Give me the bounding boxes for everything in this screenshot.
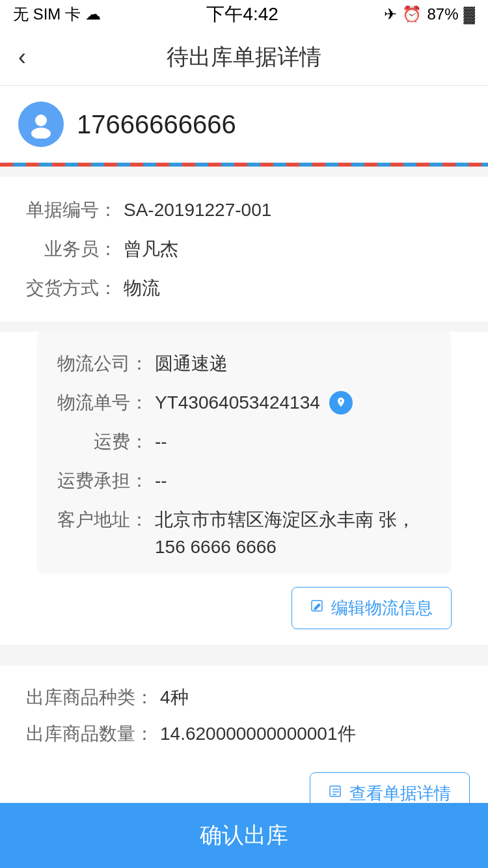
nav-bar: ‹ 待出库单据详情 bbox=[0, 29, 488, 86]
status-bar-left: 无 SIM 卡 ☁ bbox=[13, 4, 101, 25]
tracking-location-icon[interactable] bbox=[329, 391, 353, 414]
list-icon bbox=[329, 783, 343, 804]
logistics-tracking-value: YT43064053424134 bbox=[155, 389, 431, 416]
svg-point-1 bbox=[31, 128, 51, 139]
customer-phone: 17666666666 bbox=[77, 110, 236, 139]
edit-logistics-area: 编辑物流信息 bbox=[18, 574, 470, 645]
confirm-outbound-label: 确认出库 bbox=[200, 821, 288, 850]
edit-logistics-label: 编辑物流信息 bbox=[331, 597, 433, 619]
goods-count-value: 14.620000000000001件 bbox=[160, 722, 356, 746]
view-detail-label: 查看单据详情 bbox=[349, 782, 451, 805]
goods-types-row: 出库商品种类： 4种 bbox=[26, 685, 462, 710]
order-id-value: SA-20191227-001 bbox=[124, 197, 462, 224]
battery-level: 87% bbox=[427, 5, 458, 23]
logistics-company-label: 物流公司： bbox=[57, 350, 148, 377]
customer-header: 17666666666 bbox=[0, 86, 488, 163]
battery-icon: ▓ bbox=[464, 5, 476, 23]
status-bar: 无 SIM 卡 ☁ 下午4:42 ✈ ⏰ 87% ▓ bbox=[0, 0, 488, 29]
freight-bear-label: 运费承担： bbox=[57, 467, 148, 495]
address-value: 北京市市辖区海淀区永丰南 张，156 6666 6666 bbox=[155, 506, 431, 561]
freight-label: 运费： bbox=[57, 428, 148, 455]
freight-row: 运费： -- bbox=[57, 428, 431, 455]
address-label: 客户地址： bbox=[57, 506, 148, 534]
alarm-icon: ⏰ bbox=[402, 5, 422, 23]
person-icon bbox=[27, 110, 55, 139]
delivery-label: 交货方式： bbox=[26, 275, 117, 302]
staff-label: 业务员： bbox=[26, 236, 117, 263]
page-title: 待出库单据详情 bbox=[167, 42, 321, 72]
avatar bbox=[18, 102, 64, 147]
order-info-section: 单据编号： SA-20191227-001 业务员： 曾凡杰 交货方式： 物流 bbox=[0, 177, 488, 321]
goods-section: 出库商品种类： 4种 出库商品数量： 14.620000000000001件 bbox=[0, 666, 488, 759]
goods-count-row: 出库商品数量： 14.620000000000001件 bbox=[26, 722, 462, 746]
order-id-label: 单据编号： bbox=[26, 197, 117, 224]
goods-types-label: 出库商品种类： bbox=[26, 685, 154, 710]
logistics-section: 物流公司： 圆通速递 物流单号： YT43064053424134 运费： --… bbox=[0, 332, 488, 645]
freight-bear-row: 运费承担： -- bbox=[57, 467, 431, 495]
edit-logistics-button[interactable]: 编辑物流信息 bbox=[291, 587, 452, 629]
logistics-company-row: 物流公司： 圆通速递 bbox=[57, 350, 431, 377]
dashed-divider bbox=[0, 163, 488, 167]
logistics-tracking-label: 物流单号： bbox=[57, 389, 148, 416]
freight-value: -- bbox=[155, 428, 431, 455]
delivery-row: 交货方式： 物流 bbox=[26, 275, 462, 302]
staff-row: 业务员： 曾凡杰 bbox=[26, 236, 462, 263]
confirm-outbound-button[interactable]: 确认出库 bbox=[0, 803, 488, 868]
location-icon: ✈ bbox=[384, 5, 397, 23]
status-bar-time: 下午4:42 bbox=[206, 2, 278, 27]
sim-status: 无 SIM 卡 ☁ bbox=[13, 4, 101, 25]
address-row: 客户地址： 北京市市辖区海淀区永丰南 张，156 6666 6666 bbox=[57, 506, 431, 561]
section-gap-1 bbox=[0, 645, 488, 655]
edit-icon bbox=[310, 598, 325, 618]
back-button[interactable]: ‹ bbox=[18, 44, 26, 71]
logistics-card: 物流公司： 圆通速递 物流单号： YT43064053424134 运费： --… bbox=[36, 332, 452, 574]
logistics-company-value: 圆通速递 bbox=[155, 350, 431, 377]
logistics-tracking-row: 物流单号： YT43064053424134 bbox=[57, 389, 431, 416]
svg-point-0 bbox=[35, 115, 47, 126]
staff-value: 曾凡杰 bbox=[124, 236, 462, 263]
status-bar-right: ✈ ⏰ 87% ▓ bbox=[384, 5, 475, 23]
freight-bear-value: -- bbox=[155, 467, 431, 495]
delivery-value: 物流 bbox=[124, 275, 462, 302]
goods-count-label: 出库商品数量： bbox=[26, 722, 154, 746]
goods-types-value: 4种 bbox=[160, 685, 189, 710]
order-id-row: 单据编号： SA-20191227-001 bbox=[26, 197, 462, 224]
